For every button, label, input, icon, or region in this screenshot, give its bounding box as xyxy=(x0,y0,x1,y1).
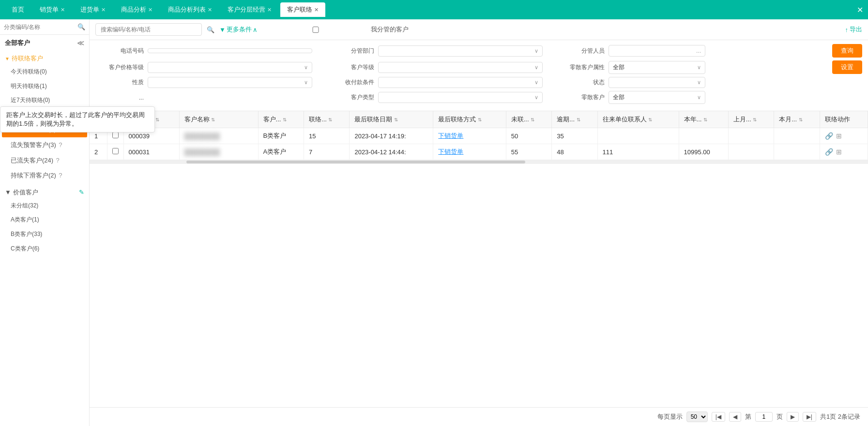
price-grade-select[interactable]: ∨ xyxy=(148,62,312,73)
col-unit-contact[interactable]: 往来单位联系人 ⇅ xyxy=(597,111,679,128)
sidebar-search-input[interactable] xyxy=(4,24,76,30)
price-grade-label: 客户价格等级 xyxy=(95,63,144,72)
already-lost-help-icon[interactable]: ? xyxy=(56,157,59,164)
per-page-select[interactable]: 50 xyxy=(686,411,708,422)
col-unit-contact-sort-icon[interactable]: ⇅ xyxy=(648,117,652,122)
settings-button[interactable]: 设置 xyxy=(832,60,862,74)
col-name-sort-icon[interactable]: ⇅ xyxy=(211,117,215,122)
row2-grid-icon[interactable]: ⊞ xyxy=(836,148,842,156)
phone-input[interactable] xyxy=(148,48,312,53)
tab-product-analysis-list-close[interactable]: ✕ xyxy=(208,7,212,13)
tab-customer-contact-close[interactable]: ✕ xyxy=(314,7,319,13)
col-last-month[interactable]: 上月... ⇅ xyxy=(728,111,774,128)
col-overdue-sort-icon[interactable]: ⇅ xyxy=(577,117,580,122)
sidebar-item-today-pending[interactable]: 今天待联络(0) xyxy=(0,65,89,79)
col-code-sort-icon[interactable]: ⇅ xyxy=(155,117,159,122)
page-number-input[interactable] xyxy=(755,412,773,422)
scroll-thumb[interactable] xyxy=(186,161,525,163)
sidebar-value-header[interactable]: ▼ 价值客户 ✎ xyxy=(0,185,89,199)
more-conditions-label: 更多条件 xyxy=(227,25,252,34)
sidebar-search-icon[interactable]: 🔍 xyxy=(77,23,85,30)
sidebar-item-declining[interactable]: 持续下滑客户(2) ? xyxy=(0,168,89,183)
my-customers-checkbox[interactable]: 我分管的客户 xyxy=(262,25,409,34)
sidebar-item-lost-warning[interactable]: 流失预警客户(3) ? xyxy=(0,137,89,153)
tab-purchase-close[interactable]: ✕ xyxy=(101,7,106,13)
first-page-button[interactable]: |◀ xyxy=(712,412,725,422)
col-last-date-sort-icon[interactable]: ⇅ xyxy=(394,117,398,122)
tab-purchase[interactable]: 进货单 ✕ xyxy=(74,2,112,17)
col-unread-sort-icon[interactable]: ⇅ xyxy=(531,117,534,122)
tab-home[interactable]: 首页 xyxy=(5,2,31,17)
col-this-month-sort-icon[interactable]: ⇅ xyxy=(799,117,803,122)
col-contact-sort-icon[interactable]: ⇅ xyxy=(328,117,332,122)
col-this-year[interactable]: 本年... ⇅ xyxy=(679,111,728,128)
search-input[interactable] xyxy=(95,23,202,36)
gender-select[interactable]: ∨ xyxy=(148,77,312,88)
window-close-button[interactable]: ✕ xyxy=(857,5,863,15)
col-last-method[interactable]: 最后联络方式 ⇅ xyxy=(433,111,506,128)
sidebar-item-b-class[interactable]: B类客户(33) xyxy=(0,227,89,242)
col-contact[interactable]: 联络... ⇅ xyxy=(304,111,350,128)
col-grade-label: 客户... xyxy=(263,116,281,123)
col-last-date[interactable]: 最后联络日期 ⇅ xyxy=(350,111,433,128)
tab-product-analysis-list[interactable]: 商品分析列表 ✕ xyxy=(161,2,219,17)
customer-grade-select[interactable]: ∨ xyxy=(378,62,543,73)
horizontal-scrollbar[interactable] xyxy=(90,160,868,164)
tab-product-analysis[interactable]: 商品分析 ✕ xyxy=(114,2,159,17)
tab-customer-stratify-close[interactable]: ✕ xyxy=(267,7,272,13)
prev-page-button[interactable]: ◀ xyxy=(729,412,741,422)
col-this-month[interactable]: 本月... ⇅ xyxy=(774,111,820,128)
payment-select[interactable]: ∨ xyxy=(378,77,543,88)
col-unread[interactable]: 未联... ⇅ xyxy=(506,111,551,128)
sidebar-item-c-class[interactable]: C类客户(6) xyxy=(0,242,89,256)
next-page-button[interactable]: ▶ xyxy=(787,412,799,422)
row2-last-method-link[interactable]: 下销货单 xyxy=(438,148,463,155)
tab-product-analysis-close[interactable]: ✕ xyxy=(148,7,152,13)
col-this-year-sort-icon[interactable]: ⇅ xyxy=(703,117,707,122)
row1-grid-icon[interactable]: ⊞ xyxy=(836,132,842,140)
col-name[interactable]: 客户名称 ⇅ xyxy=(179,111,258,128)
lost-help-icon[interactable]: ? xyxy=(59,141,62,148)
row1-select-checkbox[interactable] xyxy=(112,132,119,138)
row1-last-method[interactable]: 下销货单 xyxy=(433,128,506,144)
person-select[interactable]: ... xyxy=(609,45,705,57)
tab-customer-contact[interactable]: 客户联络 ✕ xyxy=(280,2,325,17)
col-last-method-sort-icon[interactable]: ⇅ xyxy=(478,117,482,122)
row2-last-method[interactable]: 下销货单 xyxy=(433,144,506,160)
sidebar-item-week-pending[interactable]: 近7天待联络(0) xyxy=(0,93,89,108)
more-conditions-button[interactable]: ▼ 更多条件 ∧ xyxy=(219,25,258,34)
sidebar-pending-section[interactable]: ▼ 待联络客户 xyxy=(0,51,89,65)
sidebar-collapse-button[interactable]: ≪ xyxy=(77,39,84,47)
col-last-month-sort-icon[interactable]: ⇅ xyxy=(753,117,757,122)
row2-link-icon[interactable]: 🔗 xyxy=(825,148,833,156)
col-grade-sort-icon[interactable]: ⇅ xyxy=(283,117,287,122)
value-edit-icon[interactable]: ✎ xyxy=(79,189,84,196)
row1-last-method-link[interactable]: 下销货单 xyxy=(438,132,463,139)
customer-type-select[interactable]: ∨ xyxy=(378,92,543,103)
search-icon[interactable]: 🔍 xyxy=(207,26,214,33)
tab-sales-close[interactable]: ✕ xyxy=(61,7,65,13)
sidebar-all-customers[interactable]: 全部客户 ≪ xyxy=(0,35,89,51)
declining-help-icon[interactable]: ? xyxy=(59,172,62,179)
row2-name-blurred: ████████ xyxy=(184,148,220,156)
query-button[interactable]: 查询 xyxy=(832,44,862,58)
row2-select-checkbox[interactable] xyxy=(112,148,119,154)
status-label: 状态 xyxy=(556,78,605,87)
last-page-button[interactable]: ▶| xyxy=(803,412,816,422)
status-select[interactable]: ∨ xyxy=(609,77,705,88)
tab-customer-stratify[interactable]: 客户分层经营 ✕ xyxy=(221,2,278,17)
export-button[interactable]: ↑ 导出 xyxy=(845,25,863,34)
sidebar-item-ungrouped[interactable]: 未分组(32) xyxy=(0,199,89,213)
row1-link-icon[interactable]: 🔗 xyxy=(825,132,833,140)
sidebar-item-a-class[interactable]: A类客户(1) xyxy=(0,213,89,227)
tab-sales[interactable]: 销货单 ✕ xyxy=(33,2,72,17)
sidebar-item-tomorrow-pending[interactable]: 明天待联络(1) xyxy=(0,79,89,94)
tab-product-analysis-label: 商品分析 xyxy=(121,5,146,14)
col-overdue[interactable]: 逾期... ⇅ xyxy=(552,111,597,128)
col-grade[interactable]: 客户... ⇅ xyxy=(258,111,304,128)
retail-customer-select[interactable]: 全部 ∨ xyxy=(609,91,705,104)
retail-attr-select[interactable]: 全部 ∨ xyxy=(609,61,705,74)
sidebar-item-already-lost[interactable]: 已流失客户(24) ? xyxy=(0,153,89,168)
dept-select[interactable]: ∨ xyxy=(378,45,543,57)
my-customers-check[interactable] xyxy=(262,27,369,33)
